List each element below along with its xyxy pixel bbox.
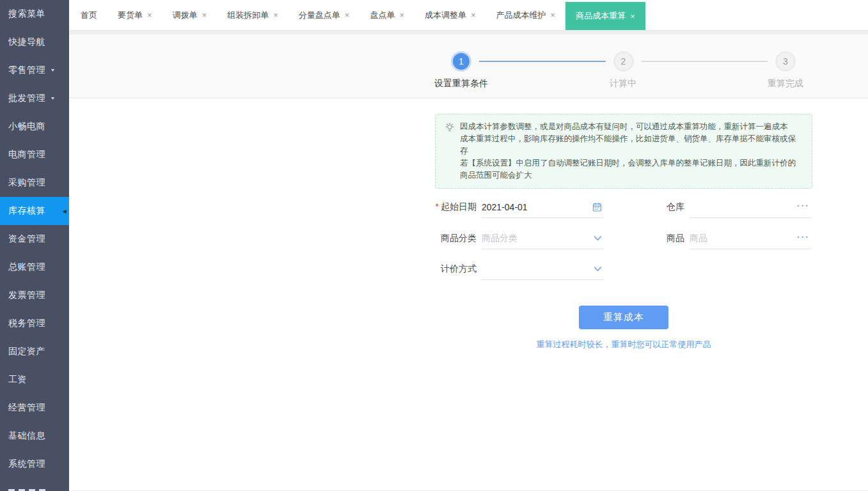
category-label: 商品分类 [435,233,477,244]
close-tab-icon[interactable]: × [147,11,152,19]
tab-transfer-order[interactable]: 调拨单× [162,0,217,30]
pricing-method-label: 计价方式 [435,263,477,275]
close-tab-icon[interactable]: × [551,11,556,19]
sidebar-item-purchasing[interactable]: 采购管理 [0,169,69,197]
category-field: 商品分类 商品分类 [435,228,603,249]
sidebar-item-xiaochang-ecommerce[interactable]: 小畅电商 [0,113,69,141]
tab-label: 首页 [81,10,97,21]
warehouse-label: 仓库 [643,201,684,213]
sidebar-item-label: 批发管理 [8,93,45,104]
tab-demand-order[interactable]: 要货单× [107,0,162,30]
sidebar-item-label: 快捷导航 [8,36,45,48]
notice-box: 因成本计算参数调整，或是对商品成本有疑问时，可以通过成本重算功能，重新计算一遍成… [435,114,812,189]
close-tab-icon[interactable]: × [399,11,404,19]
sidebar-item-ecommerce[interactable]: 电商管理 [0,141,69,169]
tab-label: 盘点单 [370,10,395,21]
sidebar-item-retail[interactable]: 零售管理▼ [0,56,69,84]
sidebar: 搜索菜单 快捷导航 零售管理▼ 批发管理▼ 小畅电商 电商管理 采购管理 库存核… [0,0,69,491]
start-date-value: 2021-04-01 [482,202,528,212]
tab-home[interactable]: 首页 [70,0,107,30]
tab-cost-adjustment[interactable]: 成本调整单× [414,0,486,30]
sidebar-item-operations[interactable]: 经营管理 [0,394,69,422]
product-placeholder: 商品 [690,233,707,244]
sidebar-item-wholesale[interactable]: 批发管理▼ [0,84,69,113]
main-area: 首页 要货单× 调拨单× 组装拆卸单× 分量盘点单× 盘点单× 成本调整单× 产… [69,0,868,491]
sidebar-item-tax[interactable]: 税务管理 [0,309,69,338]
sidebar-item-label: 小畅电商 [8,121,45,132]
sidebar-item-payroll[interactable]: 工资 [0,366,69,394]
tab-stocktake[interactable]: 盘点单× [359,0,414,30]
tab-product-cost-recalc[interactable]: 商品成本重算× [565,2,645,30]
close-tab-icon[interactable]: × [471,11,476,19]
reference-picker-icon[interactable]: ··· [797,233,810,244]
sidebar-item-system[interactable]: 系统管理 [0,450,69,478]
close-tab-icon[interactable]: × [345,11,350,19]
sidebar-item-general-ledger[interactable]: 总账管理 [0,253,69,281]
tab-label: 分量盘点单 [299,10,340,21]
category-placeholder: 商品分类 [482,233,517,244]
sidebar-item-label: 零售管理 [8,65,45,76]
chevron-down-icon: ▼ [50,96,56,101]
calendar-icon[interactable] [592,202,602,212]
sidebar-item-label: 资金管理 [8,233,45,245]
recalculate-cost-button[interactable]: 重算成本 [579,306,668,329]
tab-label: 调拨单 [173,10,198,21]
notice-line: 若【系统设置】中启用了自动调整记账日期时，会调整入库单的整单记账日期，因此重新计… [460,157,803,182]
pricing-method-select[interactable] [482,258,603,280]
close-tab-icon[interactable]: × [630,12,635,20]
tab-label: 组装拆卸单 [227,10,269,21]
tab-partial-stocktake[interactable]: 分量盘点单× [288,0,360,30]
notice-line: 成本重算过程中，影响库存账的操作均不能操作，比如进货单、销货单、库存单据不能审核… [460,133,803,157]
product-label: 商品 [643,233,684,244]
chevron-down-icon: ▼ [50,68,56,73]
step-3-indicator: 3 [775,51,796,72]
sidebar-item-label: 固定资产 [8,346,45,357]
product-input[interactable]: 商品 ··· [690,228,811,249]
step-2-indicator: 2 [613,51,634,72]
sidebar-item-label: 发票管理 [8,290,45,301]
step-connector [479,61,606,62]
sidebar-item-inventory-accounting[interactable]: 库存核算◀ [0,197,69,225]
sidebar-item-label: 系统管理 [8,458,45,470]
start-date-input[interactable]: 2021-04-01 [482,196,603,218]
tab-assembly-order[interactable]: 组装拆卸单× [217,0,288,30]
sidebar-item-basic-info[interactable]: 基础信息 [0,422,69,450]
sidebar-item-label: 经营管理 [8,402,45,414]
sidebar-item-label: 基础信息 [8,430,45,442]
close-tab-icon[interactable]: × [273,11,278,19]
required-asterisk: * [436,201,439,212]
reference-picker-icon[interactable]: ··· [797,201,810,213]
pricing-method-field: 计价方式 [435,258,603,280]
sidebar-item-label: 搜索菜单 [8,8,45,20]
tab-product-cost-maintenance[interactable]: 产品成本维护× [486,0,566,30]
sidebar-item-label: 电商管理 [8,149,45,160]
close-tab-icon[interactable]: × [202,11,207,19]
sidebar-item-fixed-assets[interactable]: 固定资产 [0,338,69,366]
product-field: 商品 商品 ··· [643,228,811,249]
sidebar-item-quick-nav[interactable]: 快捷导航 [0,28,69,56]
sidebar-item-funds[interactable]: 资金管理 [0,225,69,253]
start-date-label: *起始日期 [435,201,477,213]
step-3-label: 重算完成 [768,78,803,90]
notice-line: 因成本计算参数调整，或是对商品成本有疑问时，可以通过成本重算功能，重新计算一遍成… [460,121,803,133]
step-1-label: 设置重算条件 [434,78,488,90]
chevron-down-icon[interactable] [594,235,602,241]
tab-label: 成本调整单 [425,10,466,21]
start-date-field: *起始日期 2021-04-01 [435,196,603,218]
recalc-helper-text: 重算过程耗时较长，重算时您可以正常使用产品 [435,339,812,350]
stepper-panel: 1 2 3 设置重算条件 计算中 重算完成 [69,35,868,97]
chevron-down-icon[interactable] [594,266,602,272]
sidebar-item-label: 总账管理 [8,261,45,273]
notice-text: 因成本计算参数调整，或是对商品成本有疑问时，可以通过成本重算功能，重新计算一遍成… [460,121,803,182]
form-panel: 因成本计算参数调整，或是对商品成本有疑问时，可以通过成本重算功能，重新计算一遍成… [69,98,868,490]
step-connector [642,61,768,62]
warehouse-field: 仓库 ··· [643,196,811,218]
caret-left-icon: ◀ [63,208,67,214]
category-select[interactable]: 商品分类 [482,228,603,249]
sidebar-item-label: 库存核算 [8,205,45,217]
tab-label: 产品成本维护 [496,10,546,21]
sidebar-item-label: 税务管理 [8,318,45,329]
sidebar-item-invoices[interactable]: 发票管理 [0,281,69,309]
warehouse-input[interactable]: ··· [690,196,811,218]
sidebar-item-search-menu[interactable]: 搜索菜单 [0,0,69,28]
